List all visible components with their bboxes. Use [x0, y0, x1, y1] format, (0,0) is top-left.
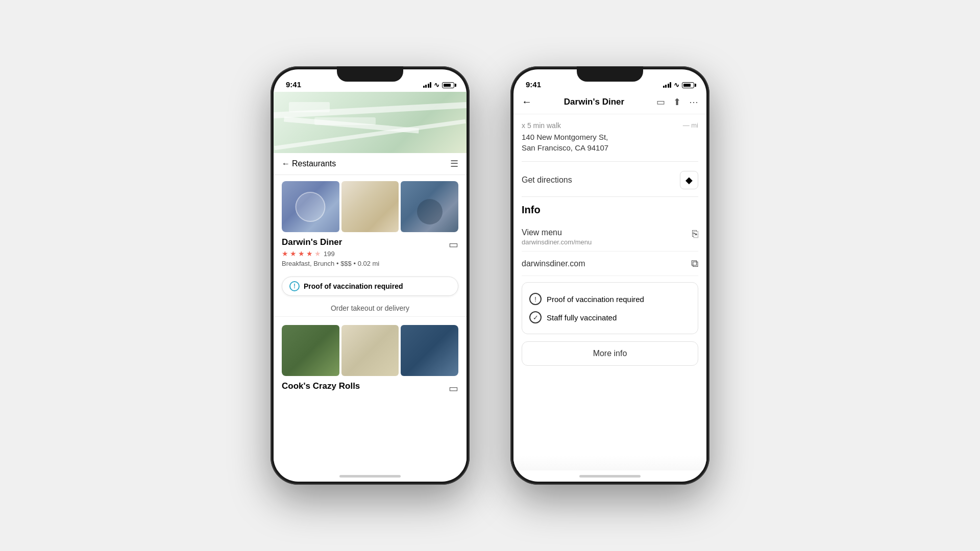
restaurant-meta-1: Breakfast, Brunch • $$$ • 0.02 mi	[282, 260, 379, 267]
food-image-2a	[282, 325, 339, 376]
back-button-right[interactable]: ←	[522, 96, 532, 108]
bookmark-nav-icon[interactable]: ▭	[656, 96, 665, 108]
food-image-1c	[401, 181, 458, 232]
health-card: ! Proof of vaccination required ✓ Staff …	[522, 282, 698, 334]
list-icon-left[interactable]: ☰	[450, 158, 458, 169]
nav-back-label-left: Restaurants	[292, 159, 336, 168]
share-nav-icon[interactable]: ⬆	[673, 96, 681, 108]
staff-vaccinated-row: ✓ Staff fully vaccinated	[529, 308, 691, 327]
stars-1: ★ ★ ★ ★ ★ 199	[282, 249, 379, 258]
external-link-icon: ⧉	[691, 258, 698, 269]
star-2: ★	[290, 249, 297, 258]
status-time-right: 9:41	[526, 80, 541, 89]
vax-badge-text: Proof of vaccination required	[304, 282, 403, 290]
map-area	[274, 92, 467, 153]
vax-required-text: Proof of vaccination required	[547, 295, 644, 304]
get-directions-label: Get directions	[522, 176, 572, 185]
left-screen-content: Darwin's Diner ★ ★ ★ ★ ★ 199 Breakfast, …	[274, 175, 467, 470]
website-label: darwinsdiner.com	[522, 259, 585, 268]
home-indicator-left	[274, 470, 467, 482]
food-image-2c	[401, 325, 458, 376]
more-info-button[interactable]: More info	[522, 341, 698, 366]
detail-content: x 5 min walk — mi 140 New Montgomery St,…	[513, 114, 706, 373]
restaurant-card-2: Cook's Crazy Rolls ▭	[274, 319, 467, 394]
directions-icon: ◆	[680, 171, 698, 189]
restaurant-info-2: Cook's Crazy Rolls ▭	[282, 381, 458, 394]
staff-vax-text: Staff fully vaccinated	[547, 313, 617, 322]
info-section-title: Info	[522, 204, 698, 216]
food-images-2	[282, 325, 458, 376]
divider-1	[522, 161, 698, 162]
nav-actions-right: ▭ ⬆ ⋯	[656, 96, 698, 108]
right-screen-content: x 5 min walk — mi 140 New Montgomery St,…	[513, 114, 706, 470]
wifi-icon-right: ∿	[674, 81, 679, 89]
view-menu-url: darwinsdiner.com/menu	[522, 238, 592, 246]
nav-bar-right: ← Darwin's Diner ▭ ⬆ ⋯	[513, 92, 706, 114]
back-arrow-left: ←	[282, 159, 290, 168]
star-3: ★	[298, 249, 305, 258]
left-phone: 9:41 ∿ ← Re	[271, 66, 470, 485]
divider-2	[522, 196, 698, 197]
star-4: ★	[306, 249, 313, 258]
page-title-right: Darwin's Diner	[564, 97, 624, 107]
food-image-1b	[341, 181, 399, 232]
signal-icon-right	[663, 82, 672, 88]
star-5-half: ★	[314, 249, 321, 258]
walk-time: x 5 min walk — mi	[522, 121, 698, 130]
restaurant-name-2: Cook's Crazy Rolls	[282, 381, 360, 391]
vaccination-required-row: ! Proof of vaccination required	[529, 290, 691, 308]
food-images-1	[282, 181, 458, 232]
bookmark-icon-2[interactable]: ▭	[449, 382, 458, 394]
address-line2: San Francisco, CA 94107	[522, 142, 698, 153]
bottom-strip-right	[513, 455, 706, 470]
vax-required-icon: !	[529, 293, 542, 305]
view-menu-row[interactable]: View menu darwinsdiner.com/menu ⎘	[522, 223, 698, 252]
address: 140 New Montgomery St, San Francisco, CA…	[522, 132, 698, 153]
restaurant-info-1: Darwin's Diner ★ ★ ★ ★ ★ 199 Breakfast, …	[282, 237, 458, 267]
status-time-left: 9:41	[286, 80, 301, 89]
wifi-icon-left: ∿	[434, 81, 439, 89]
get-directions-row[interactable]: Get directions ◆	[522, 169, 698, 196]
staff-vax-icon: ✓	[529, 311, 542, 323]
home-indicator-right	[513, 470, 706, 482]
vax-alert-icon: !	[289, 281, 300, 291]
battery-icon-left	[442, 82, 454, 88]
battery-icon-right	[682, 82, 694, 88]
restaurant-card-1: Darwin's Diner ★ ★ ★ ★ ★ 199 Breakfast, …	[274, 175, 467, 273]
food-image-2b	[341, 325, 399, 376]
restaurant-name-1: Darwin's Diner	[282, 237, 379, 247]
address-line1: 140 New Montgomery St,	[522, 132, 698, 142]
website-row[interactable]: darwinsdiner.com ⧉	[522, 252, 698, 276]
nav-bar-left: ← Restaurants ☰	[274, 153, 467, 175]
back-button-left[interactable]: ← Restaurants	[282, 159, 336, 168]
menu-icon: ⎘	[692, 228, 698, 240]
order-link[interactable]: Order takeout or delivery	[274, 300, 467, 317]
bookmark-icon-1[interactable]: ▭	[449, 238, 458, 251]
status-icons-left: ∿	[423, 81, 455, 89]
right-phone: 9:41 ∿ ← Darwin's Diner ▭ ⬆	[510, 66, 709, 485]
food-image-1a	[282, 181, 339, 232]
status-icons-right: ∿	[663, 81, 695, 89]
view-menu-label: View menu	[522, 228, 592, 237]
signal-icon-left	[423, 82, 432, 88]
review-count-1: 199	[324, 250, 335, 258]
more-nav-icon[interactable]: ⋯	[689, 96, 698, 108]
star-1: ★	[282, 249, 288, 258]
vaccination-badge: ! Proof of vaccination required	[282, 277, 458, 296]
